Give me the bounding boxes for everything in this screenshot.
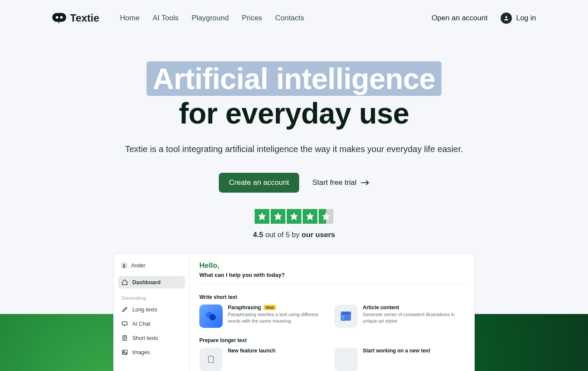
svg-point-2 [60,16,63,19]
app-preview: Ander Dashboard Generating Long texts AI… [113,253,475,371]
login-label: Log in [516,14,536,22]
rating-block: 4.5 out of 5 by our users [0,209,588,239]
preview-nav-dashboard[interactable]: Dashboard [118,276,185,289]
home-icon [121,279,128,285]
svg-marker-6 [274,212,282,220]
preview-main: Hello, What can I help you with today? W… [190,254,474,371]
svg-rect-0 [52,13,66,22]
rating-score: 4.5 [253,231,263,239]
preview-group-label: Prepare longer text [199,337,465,343]
hero: Artificial intelligence for everyday use… [0,31,588,239]
preview-username: Ander [131,263,145,269]
chat-bubbles-icon [199,304,223,328]
new-badge: New [264,305,276,310]
logo-text: Textie [70,12,99,24]
svg-rect-16 [122,350,127,355]
plus-icon [334,348,358,371]
start-trial-link[interactable]: Start free trial [312,178,369,187]
preview-nav-label: AI Chat [132,321,150,327]
card-title: New feature launch [228,348,275,354]
pencil-icon [121,306,128,313]
preview-card-new-text[interactable]: Start working on a new text [334,348,462,371]
header-actions: Open an account Log in [431,13,536,24]
start-trial-label: Start free trial [312,178,356,187]
image-icon [121,349,128,355]
svg-marker-9 [322,212,330,220]
svg-marker-5 [258,212,266,220]
preview-nav-label: Dashboard [132,279,160,285]
preview-card-article[interactable]: Article content Generate series of consi… [334,304,462,328]
star-half-icon [319,209,333,224]
card-title: Article content [363,304,462,311]
rating-users: our users [302,231,335,239]
cta-row: Create an account Start free trial [0,173,588,193]
preview-nav-ai-chat[interactable]: AI Chat [118,317,185,330]
preview-nav-label: Long texts [132,307,157,313]
hero-title: Artificial intelligence for everyday use [0,61,588,130]
open-account-link[interactable]: Open an account [431,14,487,22]
preview-hello: Hello, [199,261,465,270]
nav-playground[interactable]: Playground [192,14,229,22]
card-title: Paraphrasing New [228,304,327,311]
chat-icon [121,320,128,327]
nav-ai-tools[interactable]: AI Tools [153,14,179,22]
preview-card-feature-launch[interactable]: New feature launch [199,348,327,371]
avatar-icon [121,262,128,269]
preview-nav-label: Short texts [132,335,158,341]
preview-card-paraphrasing[interactable]: Paraphrasing New Paraphrasing rewrites a… [199,304,327,328]
svg-marker-7 [290,212,298,220]
svg-rect-11 [122,322,127,325]
card-title: Start working on a new text [363,348,430,354]
star-icon [303,209,317,224]
preview-sidebar: Ander Dashboard Generating Long texts AI… [114,254,190,371]
rating-mid: out of 5 by [263,231,302,239]
card-desc: Paraphrasing rewrites a text using diffe… [228,311,327,324]
preview-card-row: Paraphrasing New Paraphrasing rewrites a… [199,304,465,328]
preview-user: Ander [118,260,185,271]
preview-group-label: Write short text [199,294,465,300]
arrow-right-icon [361,180,369,185]
svg-point-1 [56,16,58,19]
create-account-button[interactable]: Create an account [219,173,300,193]
preview-section-label: Generating [118,290,185,303]
user-icon [501,13,512,24]
svg-rect-22 [342,315,345,320]
rating-text: 4.5 out of 5 by our users [253,231,335,239]
hero-subtitle: Textie is a tool integrating artificial … [0,143,588,155]
main-nav: Home AI Tools Playground Prices Contacts [120,14,304,22]
logo[interactable]: Textie [52,12,99,24]
preview-nav-short-texts[interactable]: Short texts [118,332,185,344]
doc-icon [199,348,223,371]
preview-nav-images[interactable]: Images [118,346,185,358]
nav-contacts[interactable]: Contacts [275,14,304,22]
site-header: Textie Home AI Tools Playground Prices C… [0,0,588,31]
svg-rect-23 [208,356,214,363]
star-icon [287,209,301,224]
logo-icon [52,13,67,24]
document-icon [121,335,128,341]
hero-title-line2: for everyday use [179,97,409,130]
nav-prices[interactable]: Prices [242,14,262,22]
star-icon [271,209,285,224]
svg-point-19 [209,314,216,320]
card-desc: Generate series of consistent illustrati… [363,311,462,324]
svg-marker-8 [306,212,314,220]
nav-home[interactable]: Home [120,14,140,22]
preview-question: What can I help you with today? [199,272,465,285]
svg-point-3 [505,16,507,18]
svg-point-10 [123,264,125,266]
preview-section: Ander Dashboard Generating Long texts AI… [0,253,588,371]
star-row [255,209,333,224]
layout-icon [334,304,358,328]
login-link[interactable]: Log in [501,13,536,24]
preview-nav-label: Images [132,349,150,355]
hero-title-highlight: Artificial intelligence [147,61,441,96]
preview-nav-long-texts[interactable]: Long texts [118,303,185,316]
preview-card-row: New feature launch Start working on a ne… [199,348,465,371]
star-icon [255,209,269,224]
